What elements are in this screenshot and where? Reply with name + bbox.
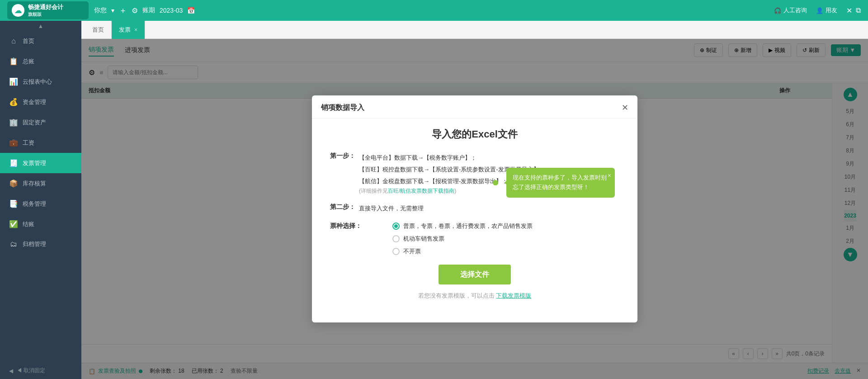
- app-logo: ☁ 畅捷通好会计 旗舰版: [7, 1, 89, 19]
- sidebar-label-ledger: 总账: [23, 57, 34, 66]
- sidebar-icon-archive: 🗂: [9, 240, 18, 248]
- sidebar-label-home: 首页: [23, 37, 34, 45]
- main-layout: ▲ ⌂ 首页📋 总账📊 云报表中心💰 资金管理🏢 固定资产💼 工资🧾 发票管理📦…: [0, 21, 868, 379]
- radio-motor-circle: [392, 235, 400, 242]
- sidebar-item-inventory[interactable]: 📦 库存核算: [0, 173, 81, 194]
- sidebar-label-closing: 结账: [23, 220, 34, 228]
- modal-backdrop: 销项数据导入 ✕ 导入您的Excel文件 第一步： 【全电平台】数据下载→【税务…: [81, 39, 868, 379]
- import-modal: 销项数据导入 ✕ 导入您的Excel文件 第一步： 【全电平台】数据下载→【税务…: [312, 95, 637, 322]
- modal-title: 销项数据导入: [321, 103, 364, 113]
- settings-icon[interactable]: ⚙: [132, 6, 138, 15]
- tooltip-text: 现在支持的票种多了，导入发票时别忘了选择正确的发票类型呀！: [513, 174, 607, 190]
- modal-body: 导入您的Excel文件 第一步： 【全电平台】数据下载→【税务数字账户】； 【百…: [312, 118, 637, 309]
- window-controls: ✕ ⧉: [846, 6, 861, 15]
- top-bar-right: 🎧 人工咨询 👤 用友 ✕ ⧉: [774, 6, 861, 15]
- app-sub: 旗舰版: [28, 11, 63, 18]
- consult-button[interactable]: 🎧 人工咨询: [774, 6, 807, 14]
- sidebar-label-inventory: 库存核算: [23, 180, 46, 188]
- close-window-icon[interactable]: ✕: [846, 6, 852, 15]
- sidebar-icon-invoice: 🧾: [9, 159, 18, 167]
- headset-icon: 🎧: [774, 7, 781, 14]
- sidebar-icon-closing: ✅: [9, 220, 18, 228]
- logo-icon: ☁: [12, 4, 24, 17]
- sidebar-icon-home: ⌂: [9, 37, 18, 45]
- period-value: 2023-03: [160, 7, 183, 14]
- sidebar-item-assets[interactable]: 🏢 固定资产: [0, 112, 81, 133]
- radio-normal[interactable]: 普票，专票，卷票，通行费发票，农产品销售发票: [392, 222, 533, 230]
- cancel-fixed-button[interactable]: ◀ ◀ 取消固定: [0, 362, 81, 379]
- modal-close-button[interactable]: ✕: [622, 103, 628, 113]
- ticket-select: 票种选择： 普票，专票，卷票，通行费发票，农产品销售发票 机动车销售发票: [330, 222, 619, 256]
- radio-no-invoice-label: 不开票: [403, 247, 421, 256]
- sidebar-label-tax: 税务管理: [23, 200, 46, 208]
- tab-invoice[interactable]: 发票 ×: [112, 21, 145, 39]
- step1-label: 第一步：: [330, 152, 355, 192]
- user-label: 用友: [826, 6, 837, 14]
- calendar-icon[interactable]: 📅: [187, 7, 195, 14]
- sidebar-label-assets: 固定资产: [23, 118, 46, 127]
- add-button[interactable]: ＋: [119, 5, 127, 16]
- tooltip-dot: [493, 180, 498, 185]
- user-button[interactable]: 👤 用友: [816, 6, 837, 14]
- tooltip-close-button[interactable]: ×: [608, 171, 611, 180]
- maximize-window-icon[interactable]: ⧉: [856, 6, 861, 14]
- app-name: 畅捷通好会计: [28, 3, 63, 11]
- top-bar-center: 你您 ▾ ＋ ⚙ 账期 2023-03 📅: [94, 5, 769, 16]
- download-guide-link[interactable]: 百旺/航信发票数据下载指南: [388, 188, 454, 194]
- step1-line1: 【全电平台】数据下载→【税务数字账户】；: [359, 152, 545, 164]
- tab-bar: 首页 发票 ×: [81, 21, 868, 39]
- sidebar-item-home[interactable]: ⌂ 首页: [0, 31, 81, 51]
- sidebar-label-reports: 云报表中心: [23, 78, 52, 86]
- sidebar-item-salary[interactable]: 💼 工资: [0, 133, 81, 153]
- step2: 第二步： 直接导入文件，无需整理: [330, 203, 619, 214]
- sidebar-item-funds[interactable]: 💰 资金管理: [0, 92, 81, 112]
- radio-group: 普票，专票，卷票，通行费发票，农产品销售发票 机动车销售发票 不开票: [392, 222, 533, 256]
- sidebar-icon-tax: 📑: [9, 199, 18, 208]
- tab-invoice-close[interactable]: ×: [134, 27, 137, 33]
- radio-no-invoice[interactable]: 不开票: [392, 247, 533, 256]
- sidebar-item-tax[interactable]: 📑 税务管理: [0, 194, 81, 214]
- modal-footer: 若您没有发票模版，可以点击 下载发票模版: [330, 292, 619, 300]
- radio-motor-label: 机动车销售发票: [403, 235, 444, 243]
- ticket-select-label: 票种选择：: [330, 222, 362, 250]
- modal-main-title: 导入您的Excel文件: [330, 128, 619, 141]
- tab-home[interactable]: 首页: [85, 21, 112, 39]
- username-dropdown[interactable]: ▾: [111, 7, 114, 14]
- sidebar-item-closing[interactable]: ✅ 结账: [0, 214, 81, 234]
- sidebar-icon-funds: 💰: [9, 98, 18, 106]
- top-bar: ☁ 畅捷通好会计 旗舰版 你您 ▾ ＋ ⚙ 账期 2023-03 📅 🎧 人工咨…: [0, 0, 868, 21]
- sidebar-item-archive[interactable]: 🗂 归档管理: [0, 234, 81, 254]
- step2-label: 第二步：: [330, 203, 355, 211]
- tooltip-box: × 现在支持的票种多了，导入发票时别忘了选择正确的发票类型呀！: [506, 168, 615, 198]
- sidebar-icon-salary: 💼: [9, 138, 18, 147]
- sidebar-icon-reports: 📊: [9, 77, 18, 86]
- sidebar-icon-assets: 🏢: [9, 118, 18, 127]
- modal-header: 销项数据导入 ✕: [312, 95, 637, 118]
- page-content: 销项发票 进项发票 ⊕ 制证 ⊕ 新增 ▶ 视频: [81, 39, 868, 379]
- radio-normal-label: 普票，专票，卷票，通行费发票，农产品销售发票: [403, 222, 533, 230]
- radio-normal-circle: [392, 223, 400, 230]
- sidebar-item-invoice[interactable]: 🧾 发票管理: [0, 153, 81, 173]
- sidebar-icon-ledger: 📋: [9, 57, 18, 66]
- sidebar-label-funds: 资金管理: [23, 98, 46, 106]
- sidebar-nav: ⌂ 首页📋 总账📊 云报表中心💰 资金管理🏢 固定资产💼 工资🧾 发票管理📦 库…: [0, 31, 81, 254]
- radio-motor[interactable]: 机动车销售发票: [392, 235, 533, 243]
- download-template-link[interactable]: 下载发票模版: [496, 292, 531, 299]
- sidebar-label-archive: 归档管理: [23, 240, 46, 248]
- user-icon: 👤: [816, 7, 823, 14]
- sidebar: ▲ ⌂ 首页📋 总账📊 云报表中心💰 资金管理🏢 固定资产💼 工资🧾 发票管理📦…: [0, 21, 81, 379]
- sidebar-scroll-up[interactable]: ▲: [0, 21, 81, 31]
- period-label: 账期: [142, 6, 155, 14]
- step2-content: 直接导入文件，无需整理: [359, 204, 424, 213]
- sidebar-label-salary: 工资: [23, 139, 34, 147]
- username: 你您: [94, 6, 107, 14]
- sidebar-item-ledger[interactable]: 📋 总账: [0, 51, 81, 71]
- radio-no-invoice-circle: [392, 248, 400, 255]
- content-area: 首页 发票 × 销项发票 进项发票 ⊕ 制证 ⊕ 新: [81, 21, 868, 379]
- sidebar-icon-inventory: 📦: [9, 179, 18, 188]
- sidebar-item-reports[interactable]: 📊 云报表中心: [0, 71, 81, 92]
- select-file-button[interactable]: 选择文件: [439, 265, 511, 284]
- consult-label: 人工咨询: [783, 6, 807, 14]
- sidebar-label-invoice: 发票管理: [23, 159, 46, 167]
